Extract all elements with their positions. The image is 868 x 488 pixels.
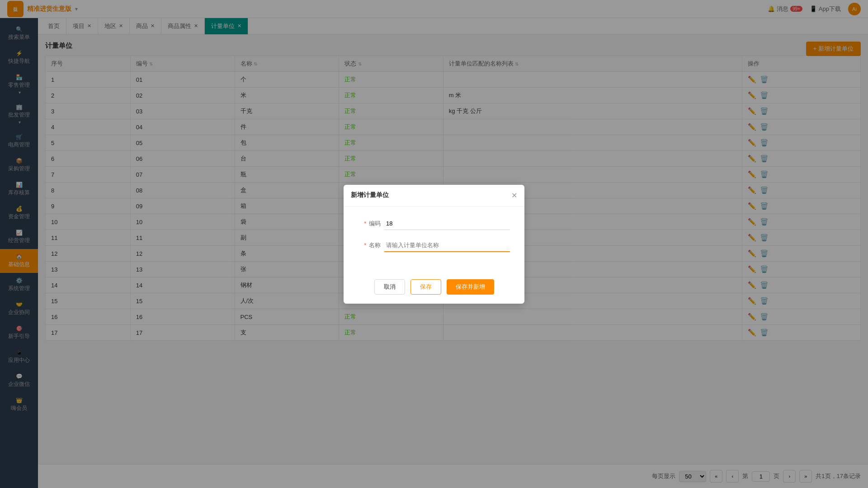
code-input[interactable] (384, 217, 510, 230)
name-input[interactable] (384, 239, 510, 252)
modal-header: 新增计量单位 ✕ (344, 185, 524, 206)
add-unit-modal: 新增计量单位 ✕ * 编码 * 名称 取消 保存 保存并新增 (344, 185, 524, 304)
modal-title: 新增计量单位 (351, 191, 389, 199)
name-label: * 名称 (358, 241, 381, 249)
cancel-button[interactable]: 取消 (374, 279, 405, 295)
code-form-row: * 编码 (358, 217, 510, 230)
code-label: * 编码 (358, 220, 381, 228)
modal-body: * 编码 * 名称 (344, 206, 524, 272)
modal-close-button[interactable]: ✕ (511, 191, 517, 200)
name-form-row: * 名称 (358, 239, 510, 252)
modal-overlay[interactable]: 新增计量单位 ✕ * 编码 * 名称 取消 保存 保存并新增 (0, 0, 868, 488)
save-and-new-button[interactable]: 保存并新增 (447, 279, 494, 295)
modal-footer: 取消 保存 保存并新增 (344, 272, 524, 304)
save-button[interactable]: 保存 (410, 279, 441, 295)
